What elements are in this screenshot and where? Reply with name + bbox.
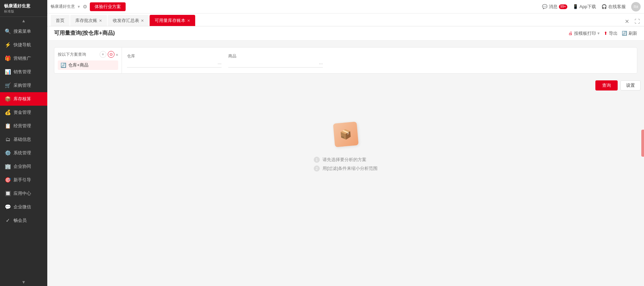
sidebar-icon-sales: 📊 — [5, 69, 11, 75]
sidebar-item-enterprise[interactable]: 🏢企业协同 — [0, 160, 47, 173]
tab-label-batch-account: 库存批次账 — [75, 18, 97, 24]
tab-inventory-summary[interactable]: 收发存汇总表✕ — [108, 15, 149, 26]
sidebar-label-enterprise: 企业协同 — [14, 163, 31, 170]
filter-section-title: 按以下方案查询 — [58, 52, 86, 57]
export-label: 导出 — [609, 30, 618, 36]
sidebar-item-purchase[interactable]: 🛒采购管理 — [0, 79, 47, 92]
scheme-label: 仓库+商品 — [68, 62, 88, 68]
page-content: 可用量查询(按仓库+商品) 🖨 按模板打印 ▾ ⬆ 导出 🔄 刷新 — [47, 26, 644, 286]
sidebar-item-finance[interactable]: 💰资金管理 — [0, 106, 47, 119]
close-window-icon[interactable]: ✕ — [623, 17, 630, 26]
sidebar-label-sales: 销售管理 — [14, 69, 31, 75]
hint-item-1: 1 请先选择要分析的方案 — [314, 157, 378, 163]
sidebar-icon-quick-nav: ⚡ — [5, 42, 11, 48]
sidebar-label-system: 系统管理 — [14, 150, 31, 156]
hint-num-1: 1 — [314, 157, 320, 163]
sidebar-icon-corp-wechat: 💬 — [5, 204, 11, 210]
avatar-text: Rit — [634, 5, 638, 9]
expand-window-icon[interactable]: ⛶ — [633, 17, 641, 26]
dropdown-icon[interactable]: ▾ — [78, 4, 80, 9]
settings-scheme-btn[interactable]: ⊙ — [108, 51, 114, 58]
product-field: 商品 ··· — [228, 53, 323, 68]
sidebar-icon-app-center: 🔲 — [5, 190, 11, 197]
actions-bar: 查询 设置 — [47, 77, 644, 90]
message-btn[interactable]: 💬 消息 99+ — [542, 4, 567, 10]
sidebar-icon-search: 🔍 — [5, 28, 11, 34]
sidebar-label-membership: 畅会员 — [14, 217, 27, 224]
export-btn[interactable]: ⬆ 导出 — [604, 30, 618, 36]
warehouse-input[interactable] — [127, 61, 216, 66]
sidebar-icon-onboarding: 🎯 — [5, 177, 11, 183]
sidebar-icon-operations: 📋 — [5, 123, 11, 129]
user-avatar-btn[interactable]: Rit — [631, 2, 641, 11]
tab-close-batch-account[interactable]: ✕ — [99, 19, 102, 23]
app-download-label: App下载 — [579, 4, 596, 10]
settings-icon: ⊙ — [109, 52, 113, 57]
product-input[interactable] — [228, 61, 317, 66]
page-header: 可用量查询(按仓库+商品) 🖨 按模板打印 ▾ ⬆ 导出 🔄 刷新 — [47, 26, 644, 41]
gear-icon[interactable]: ⚙ — [83, 4, 87, 10]
tab-home[interactable]: 首页 — [51, 15, 70, 26]
message-label: 消息 — [549, 4, 558, 10]
scheme-item[interactable]: 🔄 仓库+商品 — [58, 60, 118, 70]
tab-batch-account[interactable]: 库存批次账✕ — [70, 15, 107, 26]
sidebar-item-app-center[interactable]: 🔲应用中心 — [0, 187, 47, 200]
sidebar-icon-purchase: 🛒 — [5, 82, 11, 88]
page-header-actions: 🖨 按模板打印 ▾ ⬆ 导出 🔄 刷新 — [568, 30, 637, 36]
message-badge: 99+ — [559, 4, 567, 9]
table-settings-btn[interactable]: 设置 — [620, 80, 641, 90]
product-input-wrapper: ··· — [228, 60, 323, 68]
scroll-up-btn[interactable]: ▲ — [0, 17, 47, 25]
sidebar-item-inventory[interactable]: 📦库存核算 — [0, 92, 47, 106]
trial-btn[interactable]: 体验行业方案 — [90, 2, 126, 11]
empty-hint-list: 1 请先选择要分析的方案 2 用[过滤]条件来缩小分析范围 — [314, 157, 378, 172]
sidebar-item-onboarding[interactable]: 🎯新手引导 — [0, 173, 47, 187]
tab-close-available-qty[interactable]: ✕ — [187, 19, 190, 23]
scroll-down-btn[interactable]: ▼ — [0, 278, 47, 286]
sidebar-item-corp-wechat[interactable]: 💬企业微信 — [0, 200, 47, 214]
sidebar-label-marketing: 营销推广 — [14, 55, 31, 61]
filter-left-actions: + ⊙ « — [100, 51, 118, 58]
sidebar-item-system[interactable]: ⚙️系统管理 — [0, 146, 47, 160]
hint-text-1: 请先选择要分析的方案 — [323, 157, 366, 163]
tabbar-actions: ✕ ⛶ — [623, 17, 644, 26]
product-more-btn[interactable]: ··· — [319, 61, 323, 66]
online-service-btn[interactable]: 🎧 在线客服 — [601, 4, 626, 10]
refresh-btn[interactable]: 🔄 刷新 — [622, 30, 637, 36]
sidebar-item-quick-nav[interactable]: ⚡快捷导航 — [0, 38, 47, 52]
app-download-btn[interactable]: 📱 App下载 — [573, 4, 596, 10]
filter-left-header: 按以下方案查询 + ⊙ « — [58, 51, 118, 58]
sidebar-label-onboarding: 新手引导 — [14, 177, 31, 183]
hint-text-2: 用[过滤]条件来缩小分析范围 — [323, 165, 378, 172]
sidebar-item-search[interactable]: 🔍搜索菜单 — [0, 25, 47, 38]
refresh-icon: 🔄 — [622, 31, 627, 36]
query-btn[interactable]: 查询 — [595, 80, 618, 90]
sidebar-label-search: 搜索菜单 — [14, 28, 31, 34]
print-btn[interactable]: 🖨 按模板打印 ▾ — [568, 30, 600, 36]
topbar: 畅康通好生意 ▾ ⚙ 体验行业方案 💬 消息 99+ 📱 App下载 🎧 在线客… — [47, 0, 644, 14]
add-icon: + — [102, 52, 104, 57]
empty-state: 📦 1 请先选择要分析的方案 2 用[过滤]条件来缩小分析范围 — [47, 90, 644, 199]
sidebar-label-finance: 资金管理 — [14, 109, 31, 115]
sidebar-item-operations[interactable]: 📋经营管理 — [0, 119, 47, 133]
empty-box: 📦 — [333, 122, 359, 147]
box-icon: 📦 — [339, 128, 352, 140]
avatar: Rit — [631, 2, 641, 11]
warehouse-more-btn[interactable]: ··· — [217, 61, 222, 66]
sidebar-item-sales[interactable]: 📊销售管理 — [0, 65, 47, 79]
print-dropdown-icon[interactable]: ▾ — [597, 31, 600, 36]
warehouse-input-wrapper: ··· — [127, 60, 222, 68]
sidebar-nav: 🔍搜索菜单⚡快捷导航🎁营销推广📊销售管理🛒采购管理📦库存核算💰资金管理📋经营管理… — [0, 25, 47, 278]
sidebar-item-membership[interactable]: ✓畅会员 — [0, 214, 47, 227]
tab-available-qty[interactable]: 可用量库存账本✕ — [150, 15, 195, 26]
brand-tag: 标准版 — [4, 9, 43, 14]
sidebar-item-basic-info[interactable]: 🗂基础信息 — [0, 133, 47, 146]
phone-icon: 📱 — [573, 4, 578, 9]
online-service-label: 在线客服 — [608, 4, 626, 10]
sidebar-item-marketing[interactable]: 🎁营销推广 — [0, 52, 47, 65]
tab-close-inventory-summary[interactable]: ✕ — [141, 19, 144, 23]
add-scheme-btn[interactable]: + — [100, 51, 106, 58]
collapse-btn[interactable]: « — [116, 52, 118, 57]
right-scroll-hint — [641, 130, 644, 157]
breadcrumb-item-1: 畅康通好生意 — [51, 4, 75, 9]
